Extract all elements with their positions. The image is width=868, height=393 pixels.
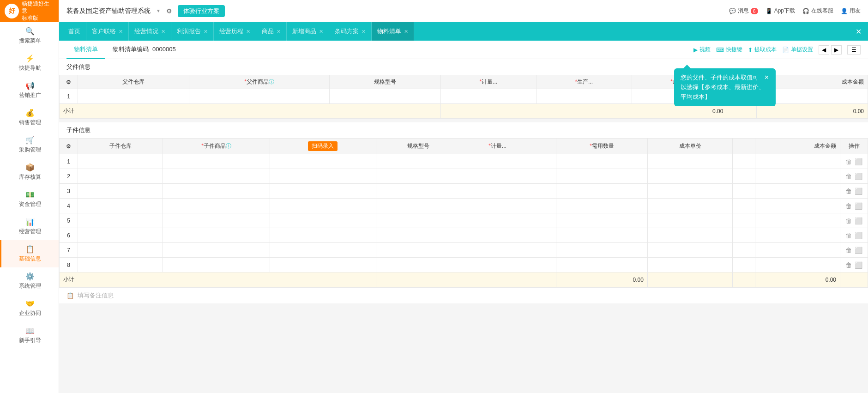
sidebar-item-0[interactable]: 🔍搜索菜单 — [0, 22, 59, 49]
child-row-warehouse[interactable] — [78, 199, 163, 213]
copy-icon[interactable]: ⬜ — [855, 261, 862, 269]
copy-icon[interactable]: ⬜ — [855, 187, 862, 195]
experience-btn[interactable]: 体验行业方案 — [178, 5, 225, 17]
copy-icon[interactable]: ⬜ — [855, 247, 862, 254]
child-row-product[interactable] — [163, 228, 270, 243]
grid-view-btn[interactable]: ☰ — [847, 45, 861, 54]
sidebar-item-2[interactable]: 📢营销推广 — [0, 77, 59, 104]
tab-close-2[interactable]: ✕ — [161, 29, 165, 35]
nav-prev-btn[interactable]: ◀ — [819, 45, 829, 54]
copy-icon[interactable]: ⬜ — [855, 158, 862, 165]
sidebar-item-10[interactable]: 🤝企业协同 — [0, 295, 59, 322]
child-row-unit-cost[interactable] — [647, 169, 732, 184]
parent-row-1-spec[interactable] — [329, 89, 440, 104]
tab-2[interactable]: 经营情况✕ — [129, 22, 171, 41]
sidebar-item-7[interactable]: 📊经营管理 — [0, 213, 59, 240]
tab-close-8[interactable]: ✕ — [404, 29, 408, 35]
view-video-btn[interactable]: ▶ 视频 — [693, 46, 711, 54]
delete-icon[interactable]: 🗑 — [845, 187, 852, 195]
tab-close-5[interactable]: ✕ — [277, 29, 281, 35]
copy-icon[interactable]: ⬜ — [855, 202, 862, 210]
delete-icon[interactable]: 🗑 — [845, 158, 852, 165]
tab-close-3[interactable]: ✕ — [204, 29, 208, 35]
sub-tab-bom-code[interactable]: 物料清单编码 0000005 — [105, 41, 183, 59]
parent-col-settings[interactable]: ⚙ — [60, 75, 78, 89]
sidebar-item-3[interactable]: 💰销售管理 — [0, 104, 59, 131]
tab-8[interactable]: 物料清单✕ — [372, 22, 414, 41]
child-row-unit-cost[interactable] — [647, 184, 732, 199]
child-row-unit[interactable] — [461, 154, 534, 169]
child-row-unit-cost[interactable] — [647, 228, 732, 243]
child-row-spec[interactable] — [376, 213, 461, 228]
child-row-unit[interactable] — [461, 228, 534, 243]
child-row-qty[interactable] — [556, 169, 648, 184]
child-row-warehouse[interactable] — [78, 228, 163, 243]
sub-tab-bill-of-materials[interactable]: 物料清单 — [66, 41, 105, 59]
child-row-qty[interactable] — [556, 228, 648, 243]
child-row-product[interactable] — [163, 243, 270, 258]
child-row-qty[interactable] — [556, 258, 648, 272]
sidebar-item-4[interactable]: 🛒采购管理 — [0, 131, 59, 158]
copy-icon[interactable]: ⬜ — [855, 173, 862, 180]
delete-icon[interactable]: 🗑 — [845, 232, 852, 239]
tooltip-close-btn[interactable]: ✕ — [764, 73, 769, 83]
delete-icon[interactable]: 🗑 — [845, 247, 852, 254]
child-row-warehouse[interactable] — [78, 154, 163, 169]
delete-icon[interactable]: 🗑 — [845, 173, 852, 180]
sidebar-item-9[interactable]: ⚙️系统管理 — [0, 267, 59, 295]
sidebar-item-5[interactable]: 📦库存核算 — [0, 158, 59, 186]
app-download-btn[interactable]: 📱 App下载 — [766, 7, 795, 15]
child-row-product[interactable] — [163, 213, 270, 228]
remark-label[interactable]: 填写备注信息 — [78, 291, 114, 300]
tab-4[interactable]: 经营历程✕ — [214, 22, 256, 41]
child-row-warehouse[interactable] — [78, 258, 163, 272]
parent-row-1-produce[interactable] — [536, 89, 632, 104]
delete-icon[interactable]: 🗑 — [845, 202, 852, 210]
child-row-spec[interactable] — [376, 258, 461, 272]
child-row-spec[interactable] — [376, 199, 461, 213]
nav-next-btn[interactable]: ▶ — [831, 45, 842, 54]
child-row-product[interactable] — [163, 154, 270, 169]
child-row-unit[interactable] — [461, 184, 534, 199]
child-row-unit-cost[interactable] — [647, 213, 732, 228]
tab-7[interactable]: 条码方案✕ — [329, 22, 372, 41]
child-row-qty[interactable] — [556, 243, 648, 258]
child-row-unit-cost[interactable] — [647, 258, 732, 272]
child-row-spec[interactable] — [376, 169, 461, 184]
child-row-unit[interactable] — [461, 169, 534, 184]
child-row-warehouse[interactable] — [78, 184, 163, 199]
child-row-qty[interactable] — [556, 199, 648, 213]
tab-1[interactable]: 客户联络✕ — [86, 22, 129, 41]
child-row-warehouse[interactable] — [78, 243, 163, 258]
child-row-qty[interactable] — [556, 213, 648, 228]
child-row-product[interactable] — [163, 184, 270, 199]
tabs-end-btn[interactable]: ✕ — [853, 27, 864, 36]
message-btn[interactable]: 💬 消息 6 — [729, 7, 758, 15]
child-row-product[interactable] — [163, 199, 270, 213]
user-btn[interactable]: 👤 用友 — [841, 7, 861, 15]
child-row-warehouse[interactable] — [78, 169, 163, 184]
sidebar-item-6[interactable]: 💵资金管理 — [0, 186, 59, 213]
scan-btn[interactable]: 扫码录入 — [308, 141, 338, 151]
child-row-unit-cost[interactable] — [647, 243, 732, 258]
parent-row-1-product[interactable] — [189, 89, 329, 104]
single-settings-btn[interactable]: 📄 单据设置 — [782, 46, 813, 54]
sys-dropdown-arrow[interactable]: ▼ — [156, 8, 161, 13]
child-col-scan[interactable]: 扫码录入 — [270, 139, 376, 154]
child-row-unit-cost[interactable] — [647, 199, 732, 213]
tab-close-4[interactable]: ✕ — [246, 29, 250, 35]
tab-close-7[interactable]: ✕ — [362, 29, 366, 35]
tab-3[interactable]: 利润报告✕ — [171, 22, 214, 41]
tab-6[interactable]: 新增商品✕ — [287, 22, 329, 41]
child-row-qty[interactable] — [556, 184, 648, 199]
delete-icon[interactable]: 🗑 — [845, 217, 852, 224]
sidebar-item-1[interactable]: ⚡快捷导航 — [0, 49, 59, 77]
child-row-spec[interactable] — [376, 184, 461, 199]
settings-gear-btn[interactable]: ⚙ — [166, 7, 172, 15]
shortcut-btn[interactable]: ⌨ 快捷键 — [716, 46, 742, 54]
sidebar-item-11[interactable]: 📖新手引导 — [0, 322, 59, 349]
child-row-spec[interactable] — [376, 228, 461, 243]
tab-close-6[interactable]: ✕ — [319, 29, 323, 35]
child-row-product[interactable] — [163, 169, 270, 184]
parent-row-1-warehouse[interactable] — [78, 89, 189, 104]
